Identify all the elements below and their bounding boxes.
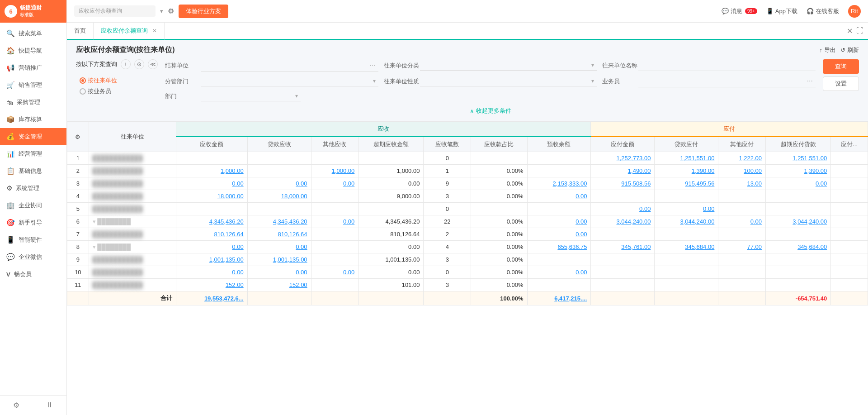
scheme-by-unit-radio	[80, 77, 86, 84]
sub-dept-select[interactable]: ▾	[201, 91, 301, 101]
unit-name-input[interactable]	[638, 60, 816, 71]
sidebar-item-management[interactable]: 📊 经营管理	[0, 145, 66, 162]
sum-prepay[interactable]: 6,417,215....	[527, 291, 591, 305]
add-scheme-button[interactable]: +	[121, 59, 131, 69]
sub-dept-label: 部门	[165, 92, 201, 100]
sidebar-label-guide: 新手引导	[19, 219, 42, 227]
industry-solution-button[interactable]: 体验行业方案	[179, 5, 228, 18]
topbar-online-service[interactable]: 🎧 在线客服	[807, 7, 839, 15]
sidebar-item-guide[interactable]: 🎯 新手引导	[0, 214, 66, 231]
sidebar-item-sales[interactable]: 🛒 销售管理	[0, 76, 66, 94]
wechat-icon: 💬	[6, 253, 15, 261]
table-settings-header[interactable]: ⚙	[67, 122, 89, 152]
sidebar-label-system: 系统管理	[16, 184, 39, 192]
settlement-unit-input[interactable]: ···	[369, 61, 375, 69]
management-icon: 📊	[6, 150, 15, 158]
sidebar-item-member[interactable]: V 畅会员	[0, 266, 66, 283]
unit-cell: ████████████	[89, 203, 176, 215]
tab-ar-ap[interactable]: 应收应付余额查询 ✕	[94, 23, 165, 40]
sidebar-item-search[interactable]: 🔍 搜索菜单	[0, 25, 66, 42]
collapse-scheme-button[interactable]: ≪	[148, 59, 158, 69]
sidebar-item-marketing[interactable]: 📢 营销推广	[0, 59, 66, 76]
home-icon: 🏠	[6, 47, 15, 55]
unit-cell: ████████████	[89, 152, 176, 165]
sidebar-item-quicknav[interactable]: 🏠 快捷导航	[0, 42, 66, 59]
message-icon: 💬	[722, 8, 729, 14]
sidebar-collapse-button[interactable]: ⏸	[42, 399, 57, 411]
edit-scheme-button[interactable]: ⊙	[134, 59, 144, 69]
query-button[interactable]: 查询	[823, 59, 859, 74]
filter-scheme: 按以下方案查询 + ⊙ ≪	[76, 59, 158, 69]
sidebar-item-purchase[interactable]: 🛍 采购管理	[0, 94, 66, 111]
sidebar-item-system[interactable]: ⚙ 系统管理	[0, 180, 66, 197]
topbar-app-download[interactable]: 📱 App下载	[766, 7, 797, 15]
online-service-label: 在线客服	[816, 7, 839, 15]
salesperson-input[interactable]: ···	[807, 77, 813, 85]
user-avatar[interactable]: Rit	[848, 5, 861, 18]
unit-category-select[interactable]: ▾	[420, 60, 597, 71]
sidebar-label-inventory: 库存核算	[19, 115, 42, 124]
unit-cell: ████████████	[89, 279, 176, 291]
unit-name-label: 往来单位名称	[602, 62, 638, 70]
collab-icon: 🏢	[6, 201, 15, 210]
tab-close-all-icon[interactable]: ✕	[847, 27, 853, 35]
table-ap-group-header: 应付	[591, 122, 868, 137]
app-icon: 📱	[766, 8, 774, 14]
table-container: ⚙ 往来单位 应收 应付 应收金额 贷款应收 其他应收 超期应收金额 应收笔数 …	[67, 121, 868, 415]
refresh-button[interactable]: ↺ 刷新	[840, 46, 859, 54]
scheme-by-staff[interactable]: 按业务员	[80, 87, 117, 95]
sidebar-label-hardware: 智能硬件	[19, 236, 42, 244]
basic-icon: 📋	[6, 167, 15, 175]
logo-icon: 6	[5, 5, 17, 18]
sidebar-logo: 6 畅捷通财 标准版	[0, 0, 66, 23]
dept-chevron: ▾	[373, 78, 376, 84]
th-ar-overdue: 超期应收金额	[359, 137, 424, 152]
sidebar-item-finance[interactable]: 💰 资金管理	[0, 128, 66, 145]
topbar-chevron-icon[interactable]: ▾	[160, 8, 163, 14]
sidebar-item-hardware[interactable]: 📱 智能硬件	[0, 231, 66, 248]
tab-home[interactable]: 首页	[67, 22, 94, 39]
main-content: 应收应付余额查询 ▾ ⚙ 体验行业方案 💬 消息 99+ 📱 App下载 🎧 在…	[67, 0, 868, 415]
topbar-message[interactable]: 💬 消息 99+	[722, 7, 757, 15]
dept-select[interactable]: ▾	[201, 76, 378, 86]
th-ap-other: 其他应付	[718, 137, 766, 152]
tab-close-icon[interactable]: ✕	[152, 28, 157, 34]
tab-expand-icon[interactable]: ⛶	[856, 27, 863, 35]
sidebar-settings-button[interactable]: ⚙	[9, 399, 23, 411]
table-unit-header: 往来单位	[89, 122, 176, 152]
sidebar-item-inventory[interactable]: 📦 库存核算	[0, 111, 66, 128]
unit-nature-select[interactable]: ▾	[420, 76, 597, 86]
unit-cell: ████████████	[89, 177, 176, 190]
filter-area: 按以下方案查询 + ⊙ ≪ 按往来单位	[67, 55, 868, 121]
sub-dept-chevron: ▾	[295, 93, 298, 99]
filter-unit-category: 往来单位分类 ▾	[384, 60, 597, 71]
sales-icon: 🛒	[6, 81, 15, 89]
sidebar-label-basic: 基础信息	[19, 167, 42, 175]
tab-bar-actions: ✕ ⛶	[847, 27, 868, 35]
th-ar-other: 其他应收	[311, 137, 359, 152]
sidebar-item-wechat[interactable]: 💬 企业微信	[0, 248, 66, 266]
th-prepay: 预收余额	[527, 137, 591, 152]
tab-bar: 首页 应收应付余额查询 ✕ ✕ ⛶	[67, 23, 868, 40]
sidebar-item-basic[interactable]: 📋 基础信息	[0, 162, 66, 180]
topbar-left: 应收应付余额查询 ▾ ⚙ 体验行业方案	[74, 5, 228, 18]
table-row: 11████████████152.00152.00101.0030.00%	[67, 279, 868, 291]
scheme-label: 按以下方案查询	[76, 60, 117, 68]
th-ap-loan: 贷款应付	[655, 137, 718, 152]
export-button[interactable]: ↑ 导出	[820, 46, 836, 54]
sidebar-label-collab: 企业协同	[19, 201, 42, 210]
scheme-by-unit[interactable]: 按往来单位	[80, 76, 117, 85]
refresh-icon: ↺	[840, 47, 845, 53]
th-ap-overdue: 超期应付货款	[766, 137, 831, 152]
message-label: 消息	[731, 7, 742, 15]
sidebar-logo-name: 畅捷通财	[20, 5, 42, 12]
export-icon: ↑	[820, 47, 823, 53]
sidebar-item-collab[interactable]: 🏢 企业协同	[0, 197, 66, 214]
setting-button[interactable]: 设置	[823, 76, 859, 91]
sum-ar-ratio: 100.00%	[471, 291, 527, 305]
filter-collapse-button[interactable]: ∧ 收起更多条件	[165, 105, 816, 117]
topbar-gear-icon[interactable]: ⚙	[168, 7, 174, 15]
th-ar-count: 应收笔数	[424, 137, 471, 152]
filter-settlement-unit: 结算单位 ···	[165, 59, 378, 72]
sum-ar-amt[interactable]: 19,553,472,6...	[176, 291, 247, 305]
